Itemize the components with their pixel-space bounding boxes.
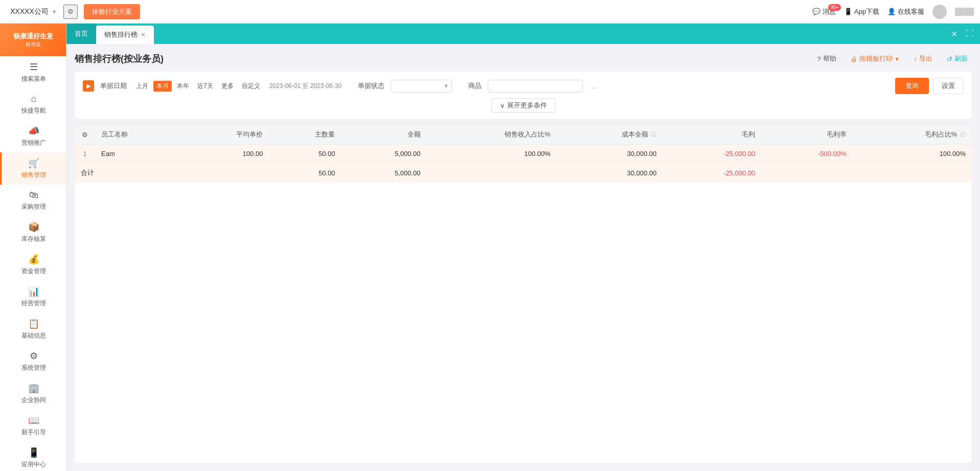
sidebar-item-label: 快捷导航 [21, 106, 46, 115]
sidebar-item-search[interactable]: ☰ 搜索菜单 [0, 56, 66, 88]
th-sales-pct: 销售收入占比% [427, 125, 557, 145]
status-filter-label: 单据状态 [358, 81, 384, 91]
settings-icon-btn[interactable]: ⚙ [63, 5, 78, 19]
sidebar-item-purchase[interactable]: 🛍 采购管理 [0, 185, 66, 216]
print-icon: 🖨 [851, 55, 857, 63]
footer-quantity: 50.00 [269, 163, 341, 183]
footer-profit: -25,000.00 [663, 163, 761, 183]
goods-input[interactable] [488, 80, 583, 93]
cell-rank: 1 [75, 145, 95, 163]
basics-icon: 📋 [28, 318, 39, 329]
th-settings[interactable]: ⚙ [75, 125, 95, 145]
help-button[interactable]: ? 帮助 [813, 52, 840, 65]
sidebar-item-basics[interactable]: 📋 基础信息 [0, 313, 66, 345]
company-name: XXXXX公司 [10, 7, 49, 16]
date-filter-label: 单据日期 [100, 81, 127, 91]
page-title: 销售排行榜(按业务员) [75, 53, 164, 65]
message-badge: 99+ [828, 4, 841, 11]
query-button[interactable]: 查询 [895, 78, 929, 94]
main-layout: 畅康通好生意 标准版 ☰ 搜索菜单 ⌂ 快捷导航 📣 营销推广 🛒 销售管理 🛍… [0, 24, 980, 471]
table-body: 1 Eam 100.00 50.00 5,000.00 100.00% 30,0… [75, 145, 972, 163]
sidebar-item-finance[interactable]: 💰 资金管理 [0, 249, 66, 281]
th-profit: 毛利 [663, 125, 761, 145]
sidebar-item-label: 系统管理 [21, 364, 46, 372]
sidebar-item-label: 企业协同 [21, 396, 46, 405]
table-header-row: ⚙ 员工名称 平均单价 主数量 全额 销售收入占比% 成本全额 ⓘ 毛利 毛利率 [75, 125, 972, 145]
company-selector[interactable]: XXXXX公司 ▼ [6, 5, 61, 18]
date-btn-this-year[interactable]: 本年 [174, 81, 192, 92]
export-label: 导出 [919, 54, 932, 63]
trial-button[interactable]: 体验行业方案 [84, 4, 140, 19]
print-chevron-icon: ▼ [895, 56, 900, 62]
date-btn-more[interactable]: 更多 [218, 81, 237, 92]
print-button[interactable]: 🖨 按模板打印 ▼ [847, 52, 904, 65]
tab-home-label: 首页 [75, 29, 88, 38]
online-service-button[interactable]: 👤 在线客服 [887, 7, 924, 16]
purchase-icon: 🛍 [29, 190, 38, 200]
th-employee-name: 员工名称 [95, 125, 182, 145]
tab-bar-expand-icon[interactable]: ⛶ [964, 27, 976, 40]
date-btn-prev-month[interactable]: 上月 [133, 81, 151, 92]
search-icon: ☰ [30, 61, 38, 73]
expand-conditions-button[interactable]: ∨ 展开更多条件 [491, 98, 556, 113]
chevron-down-icon: ▼ [52, 9, 57, 15]
footer-profit-rate [761, 163, 852, 183]
page-header: 销售排行榜(按业务员) ? 帮助 🖨 按模板打印 ▼ ↑ 导出 [75, 52, 972, 65]
sidebar-item-marketing[interactable]: 📣 营销推广 [0, 120, 66, 152]
cell-sales-pct: 100.00% [427, 145, 557, 163]
status-select-wrapper: ▼ [391, 80, 452, 93]
cell-amount: 5,000.00 [341, 145, 426, 163]
export-button[interactable]: ↑ 导出 [910, 52, 937, 65]
service-icon: 👤 [887, 8, 896, 15]
export-icon: ↑ [914, 55, 918, 63]
sidebar-item-management[interactable]: 📊 经营管理 [0, 281, 66, 313]
sidebar-item-apps[interactable]: 📱 应用中心 [0, 442, 66, 471]
filter-collapse-btn[interactable]: ▶ [83, 80, 94, 92]
date-btn-custom[interactable]: 自定义 [239, 81, 263, 92]
table-row: 1 Eam 100.00 50.00 5,000.00 100.00% 30,0… [75, 145, 972, 163]
sales-icon: 🛒 [28, 158, 39, 169]
tab-sales-ranking[interactable]: 销售排行榜 ✕ [96, 26, 154, 44]
cell-profit: -25,000.00 [663, 145, 761, 163]
sidebar-item-label: 营销推广 [21, 139, 46, 147]
tab-bar-close-icon[interactable]: ✕ [949, 27, 960, 41]
filter-expand-row: ∨ 展开更多条件 [83, 98, 964, 113]
sidebar: 畅康通好生意 标准版 ☰ 搜索菜单 ⌂ 快捷导航 📣 营销推广 🛒 销售管理 🛍… [0, 24, 66, 471]
tab-bar: 首页 销售排行榜 ✕ ✕ ⛶ [66, 24, 980, 44]
date-btn-this-month[interactable]: 本月 [153, 81, 172, 92]
sidebar-item-inventory[interactable]: 📦 库存核算 [0, 216, 66, 249]
system-icon: ⚙ [30, 350, 38, 362]
settings-btn-group: 设置 [933, 78, 964, 94]
message-button[interactable]: 💬 消息 99+ [812, 7, 836, 16]
avatar[interactable] [932, 5, 947, 19]
data-table: ⚙ 员工名称 平均单价 主数量 全额 销售收入占比% 成本全额 ⓘ 毛利 毛利率 [75, 125, 972, 183]
gear-icon: ⚙ [67, 8, 74, 15]
sidebar-item-label: 采购管理 [21, 203, 46, 211]
sidebar-item-enterprise[interactable]: 🏢 企业协同 [0, 377, 66, 410]
sidebar-item-guide[interactable]: 📖 新手引导 [0, 410, 66, 442]
management-icon: 📊 [28, 286, 39, 297]
sidebar-item-shortcut[interactable]: ⌂ 快捷导航 [0, 88, 66, 120]
settings-button[interactable]: 设置 [933, 78, 964, 94]
profit-pct-info-icon: ⓘ [960, 131, 966, 138]
sidebar-item-label: 库存核算 [21, 235, 46, 243]
refresh-button[interactable]: ↺ 刷新 [943, 52, 972, 65]
sidebar-item-sales[interactable]: 🛒 销售管理 [0, 152, 66, 185]
th-amount: 全额 [341, 125, 426, 145]
th-avg-price: 平均单价 [182, 125, 269, 145]
app-download-button[interactable]: 📱 App下载 [844, 7, 879, 16]
status-select[interactable] [391, 80, 452, 93]
tab-home[interactable]: 首页 [66, 24, 96, 44]
th-profit-rate: 毛利率 [761, 125, 852, 145]
tab-close-icon[interactable]: ✕ [141, 31, 146, 38]
app-download-label: App下载 [854, 7, 879, 16]
footer-label: 合计 [75, 163, 182, 183]
message-icon: 💬 [812, 8, 821, 15]
more-filters-dots[interactable]: … [589, 82, 600, 90]
footer-avg-price [182, 163, 269, 183]
expand-btn-label: 展开更多条件 [507, 101, 547, 110]
cell-cost: 30,000.00 [557, 145, 663, 163]
date-btn-7days[interactable]: 近7天 [194, 81, 216, 92]
sidebar-item-system[interactable]: ⚙ 系统管理 [0, 345, 66, 377]
enterprise-icon: 🏢 [28, 383, 39, 394]
